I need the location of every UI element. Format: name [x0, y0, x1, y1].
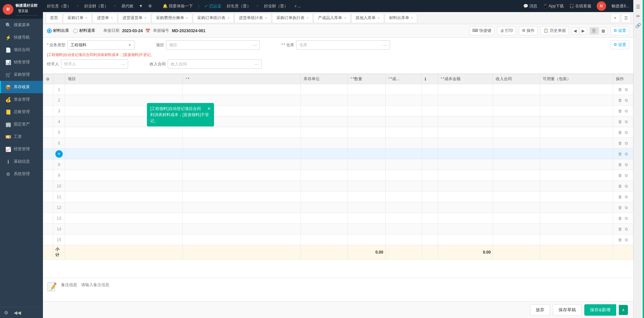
- discard-btn[interactable]: 放弃: [530, 304, 550, 316]
- copy-row-icon[interactable]: ⧉: [625, 184, 628, 189]
- sidebar-item-fixed-assets[interactable]: 🏢 固定资产: [0, 118, 43, 130]
- sidebar-item-search[interactable]: 🔍 搜索菜单: [0, 19, 43, 31]
- copy-row-icon[interactable]: ⧉: [625, 216, 628, 221]
- row-project-cell[interactable]: [65, 192, 183, 202]
- tab-menu-btn[interactable]: ☰: [621, 13, 631, 23]
- delete-row-icon[interactable]: 🗑: [618, 109, 622, 113]
- sidebar-item-ledger[interactable]: 📒 总账管理: [0, 106, 43, 118]
- copy-row-icon[interactable]: ⧉: [625, 237, 628, 242]
- close-all-tabs-btn[interactable]: ×: [610, 13, 620, 23]
- operation-btn[interactable]: ⚙ 操作: [519, 26, 538, 35]
- sidebar-item-basic-info[interactable]: ℹ 基础信息: [0, 155, 43, 168]
- delete-row-icon[interactable]: 🗑: [618, 130, 622, 135]
- remark-input[interactable]: [81, 281, 629, 298]
- delete-row-icon[interactable]: 🗑: [618, 227, 622, 231]
- row-project-cell[interactable]: [65, 84, 183, 95]
- sidebar-item-payroll[interactable]: 💴 工资: [0, 130, 43, 143]
- save-arrow-btn[interactable]: ∧: [619, 305, 628, 315]
- tab-purchase-return[interactable]: 进货退货单×: [118, 13, 151, 23]
- nav-good-business[interactable]: 好生意（普）: [47, 3, 71, 9]
- project-input[interactable]: 项目 ···: [166, 40, 260, 50]
- delete-row-icon[interactable]: 🗑: [618, 152, 622, 156]
- calendar-icon[interactable]: 📅: [145, 29, 150, 33]
- sidebar-item-project-contract[interactable]: 📄 项目合同: [0, 44, 43, 56]
- row-project-cell[interactable]: [65, 181, 183, 192]
- row-material-cell[interactable]: [183, 192, 301, 202]
- tab-receipt-stat[interactable]: 进货单统计表×: [234, 13, 271, 23]
- delete-row-icon[interactable]: 🗑: [618, 184, 622, 189]
- row-project-cell[interactable]: [65, 224, 183, 234]
- row-project-cell[interactable]: [65, 127, 183, 138]
- row-material-cell[interactable]: [183, 84, 301, 95]
- tab-close-exec[interactable]: ×: [307, 16, 309, 20]
- shortcut-key-btn[interactable]: ⌨ 快捷键: [469, 26, 494, 35]
- tab-close-other[interactable]: ×: [378, 16, 380, 20]
- rp-icon-1[interactable]: ☰: [634, 3, 642, 11]
- business-type-input[interactable]: 工程领料 ▼: [67, 40, 135, 50]
- delete-row-icon[interactable]: 🗑: [618, 195, 622, 199]
- delete-row-icon[interactable]: 🗑: [618, 162, 622, 167]
- date-value[interactable]: 2023-03-24: [122, 29, 143, 33]
- delete-row-icon[interactable]: 🗑: [618, 119, 622, 124]
- radio-material-out[interactable]: 材料出库: [47, 28, 69, 34]
- nav-good-business-2[interactable]: 好生意（普）: [227, 3, 251, 9]
- tab-close-product[interactable]: ×: [344, 16, 346, 20]
- row-project-cell[interactable]: [65, 213, 183, 224]
- delete-row-icon[interactable]: 🗑: [618, 98, 622, 103]
- copy-row-icon[interactable]: ⧉: [625, 162, 628, 167]
- row-project-cell[interactable]: [65, 234, 183, 245]
- copy-row-icon[interactable]: ⧉: [625, 119, 628, 124]
- row-material-cell[interactable]: [183, 149, 301, 159]
- row-material-cell[interactable]: [183, 170, 301, 181]
- tab-purchase-stat[interactable]: 采购订单统计表×: [193, 13, 234, 23]
- tab-close-receipt[interactable]: ×: [111, 16, 113, 20]
- handler-input[interactable]: 经手人 ···: [61, 59, 128, 69]
- copy-row-icon[interactable]: ⧉: [625, 205, 628, 210]
- copy-row-icon[interactable]: ⧉: [625, 227, 628, 231]
- app-download-btn[interactable]: 📱 App下载: [543, 3, 564, 9]
- row-project-cell[interactable]: [65, 138, 183, 149]
- rp-icon-2[interactable]: ✏: [634, 12, 642, 20]
- nav-settings[interactable]: ⚙: [148, 4, 152, 8]
- row-project-cell[interactable]: [65, 170, 183, 181]
- tab-close-return[interactable]: ×: [145, 16, 147, 20]
- warehouse-input[interactable]: 仓库 ···: [296, 40, 390, 50]
- row-material-cell[interactable]: [183, 181, 301, 192]
- tab-material-outbound[interactable]: 材料出库单×: [385, 13, 418, 23]
- copy-row-icon[interactable]: ⧉: [625, 152, 628, 156]
- sidebar-item-business-mgmt[interactable]: 📈 经营管理: [0, 143, 43, 155]
- sidebar-item-sales[interactable]: 📊 销售管理: [0, 56, 43, 68]
- delete-row-icon[interactable]: 🗑: [618, 87, 622, 92]
- delete-row-icon[interactable]: 🗑: [618, 205, 622, 210]
- message-btn[interactable]: 💬 消息: [523, 3, 537, 9]
- tab-other-inbound[interactable]: 其他入库单×: [351, 13, 384, 23]
- copy-row-icon[interactable]: ⧉: [625, 141, 628, 146]
- sidebar-item-quick-nav[interactable]: ⚡ 快捷导航: [0, 31, 43, 44]
- nav-good-finance-2[interactable]: 好业财（普）: [264, 3, 288, 9]
- copy-row-icon[interactable]: ⧉: [625, 98, 628, 103]
- tab-close-stat[interactable]: ×: [227, 16, 229, 20]
- add-row-btn[interactable]: +: [55, 150, 63, 158]
- row-material-cell[interactable]: [183, 202, 301, 213]
- history-btn[interactable]: 📋 历史单据: [540, 26, 569, 35]
- delete-row-icon[interactable]: 🗑: [618, 173, 622, 178]
- income-contract-input[interactable]: 收入合同 ···: [168, 59, 262, 69]
- sidebar-item-purchase[interactable]: 🛒 采购管理: [0, 68, 43, 81]
- next-arrow[interactable]: ▶: [580, 27, 587, 35]
- sidebar-item-system-mgmt[interactable]: ⚙ 系统管理: [0, 168, 43, 180]
- save-new-btn[interactable]: 保存&新增: [584, 304, 616, 316]
- delete-row-icon[interactable]: 🗑: [618, 237, 622, 242]
- tab-purchase-order[interactable]: 采购订单×: [63, 13, 92, 23]
- row-material-cell[interactable]: [183, 138, 301, 149]
- row-project-input[interactable]: [67, 152, 180, 156]
- nav-easy-bookkeeping[interactable]: 易代账: [121, 3, 133, 9]
- rp-icon-3[interactable]: 🔗: [634, 21, 642, 30]
- collapse-icon[interactable]: ◀◀: [14, 310, 21, 315]
- nav-verified[interactable]: ✓ 已认证: [205, 3, 221, 9]
- user-name[interactable]: 畅捷通8...: [611, 3, 629, 9]
- tab-close-purchase-order[interactable]: ×: [86, 16, 88, 20]
- list-view-btn[interactable]: ☰: [590, 27, 598, 35]
- grid-view-btn[interactable]: ▦: [599, 27, 608, 35]
- row-project-cell[interactable]: [65, 159, 183, 170]
- radio-material-return[interactable]: 材料退库: [73, 28, 95, 34]
